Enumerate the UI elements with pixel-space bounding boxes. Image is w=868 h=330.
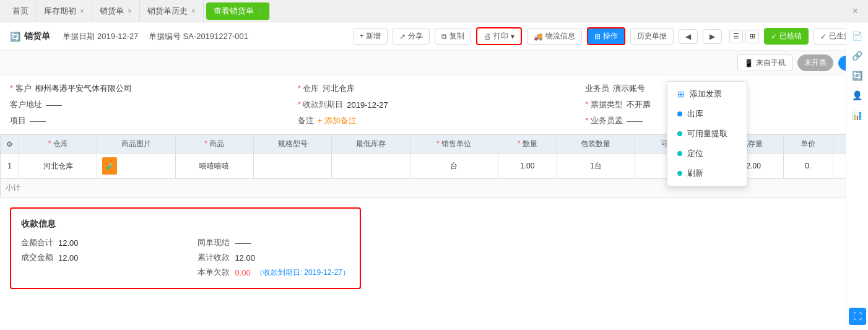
sidebar-icon-expand[interactable]: ⛶ bbox=[849, 308, 866, 325]
payment-box: 收款信息 金额合计 12.00 同单现结 —— 成交金额 12.00 累计收款 … bbox=[10, 207, 361, 289]
close-all-button[interactable]: × bbox=[848, 6, 863, 17]
copy-button[interactable]: ⧉ 复制 bbox=[435, 28, 471, 45]
not-open-button[interactable]: 未开票 bbox=[797, 54, 833, 71]
row-product: 嘻嘻嘻嘻 bbox=[175, 154, 253, 179]
from-phone-button[interactable]: 📱 来自手机 bbox=[737, 54, 792, 71]
col-settings[interactable]: ⚙ bbox=[1, 135, 19, 154]
logistics-button[interactable]: 🚚 物流信息 bbox=[527, 28, 582, 45]
agent-label: 业务员孟 bbox=[585, 115, 623, 126]
row-image: 🧪 bbox=[97, 154, 175, 179]
doc-number: 单据编号 SA-20191227-001 bbox=[149, 31, 249, 42]
due-date-value: 2019-12-27 bbox=[347, 100, 388, 110]
next-button[interactable]: ▶ bbox=[703, 29, 722, 44]
project-label: 项目 bbox=[10, 115, 26, 126]
customer-label: 客户 bbox=[10, 83, 32, 94]
dropdown-outbound[interactable]: 出库 bbox=[667, 104, 747, 124]
total-value: 12.00 bbox=[58, 238, 79, 248]
history-button[interactable]: 历史单据 bbox=[630, 28, 674, 45]
due-date-hint: （收款到期日: 2019-12-27） bbox=[256, 267, 350, 278]
warehouse-row: 仓库 河北仓库 bbox=[298, 83, 571, 94]
right-sidebar: 📄 🔗 🔄 👤 📊 ⛶ bbox=[846, 22, 868, 330]
sidebar-icon-user[interactable]: 👤 bbox=[849, 87, 866, 104]
dropdown-refresh[interactable]: 刷新 bbox=[667, 163, 747, 183]
cumulative-label: 累计收款 bbox=[197, 252, 230, 263]
sidebar-icon-chart[interactable]: 📊 bbox=[849, 106, 866, 124]
col-pkg-qty: 包装数量 bbox=[557, 135, 635, 154]
payment-title: 收款信息 bbox=[21, 219, 350, 230]
dropdown-menu: ⊞ 添加发票 出库 可用量提取 定位 刷新 bbox=[667, 81, 747, 186]
document-header: 🔄 销货单 单据日期 2019-12-27 单据编号 SA-20191227-0… bbox=[0, 22, 868, 51]
grid-icon: ⊞ bbox=[594, 32, 601, 41]
row-min-stock bbox=[332, 154, 410, 179]
cumulative-row: 累计收款 12.00 bbox=[197, 252, 349, 263]
project-row: 项目 —— bbox=[10, 115, 283, 126]
warehouse-value: 河北仓库 bbox=[323, 83, 355, 94]
grid-view-icon[interactable]: ⊞ bbox=[745, 30, 759, 43]
current-due-row: 本单欠款 0.00 （收款到期日: 2019-12-27） bbox=[197, 267, 349, 278]
customer-value: 柳州粤港平安气体有限公司 bbox=[35, 83, 132, 94]
list-view-icon[interactable]: ☰ bbox=[729, 30, 743, 43]
col-min-stock: 最低库存 bbox=[332, 135, 410, 154]
dropdown-add-invoice[interactable]: ⊞ 添加发票 bbox=[667, 84, 747, 104]
tab-close-inventory-init[interactable]: × bbox=[80, 7, 84, 15]
col-price: 单价 bbox=[783, 135, 833, 154]
row-price: 0. bbox=[783, 154, 833, 179]
prev-button[interactable]: ◀ bbox=[679, 29, 698, 44]
dropdown-available-qty[interactable]: 可用量提取 bbox=[667, 124, 747, 144]
tab-close-sales-history[interactable]: × bbox=[191, 7, 196, 15]
product-image: 🧪 bbox=[102, 157, 117, 175]
sidebar-icon-link[interactable]: 🔗 bbox=[849, 47, 866, 64]
truck-icon: 🚚 bbox=[534, 32, 543, 41]
tab-close-view-sales-order[interactable]: × bbox=[258, 7, 262, 15]
available-dot bbox=[677, 131, 682, 136]
total-label: 金额合计 bbox=[21, 237, 53, 248]
operate-button[interactable]: ⊞ 操作 bbox=[587, 27, 625, 45]
print-icon: 🖨 bbox=[484, 32, 491, 41]
tab-home[interactable]: 首页 bbox=[5, 0, 37, 22]
current-due-label: 本单欠款 bbox=[197, 267, 230, 278]
ticket-type-value: 不开票 bbox=[627, 99, 651, 110]
row-pkg-qty: 1台 bbox=[557, 154, 635, 179]
phone-icon: 📱 bbox=[744, 59, 753, 67]
invoice-icon: ⊞ bbox=[677, 89, 685, 99]
total-row: 金额合计 12.00 bbox=[21, 237, 173, 248]
sidebar-icon-refresh[interactable]: 🔄 bbox=[849, 67, 866, 84]
cancel-button[interactable]: ✓ 已核销 bbox=[764, 28, 809, 45]
deal-amount-row: 成交金额 12.00 bbox=[21, 252, 173, 263]
same-order-row: 同单现结 —— bbox=[197, 237, 349, 248]
dropdown-locate[interactable]: 定位 bbox=[667, 144, 747, 163]
new-button[interactable]: + 新增 bbox=[353, 28, 388, 45]
add-note-button[interactable]: + 添加备注 bbox=[318, 115, 357, 126]
sidebar-icon-doc[interactable]: 📄 bbox=[849, 27, 866, 45]
col-unit: 销售单位 bbox=[410, 135, 498, 154]
same-order-value: —— bbox=[235, 238, 251, 248]
tab-sales-history[interactable]: 销货单历史 × bbox=[140, 0, 204, 22]
current-due-value: 0.00 bbox=[235, 268, 250, 277]
row-spec bbox=[253, 154, 331, 179]
customer-row: 客户 柳州粤港平安气体有限公司 bbox=[10, 83, 283, 94]
refresh-dot bbox=[677, 171, 682, 176]
salesperson-value: 演示账号 bbox=[613, 83, 645, 94]
row-warehouse: 河北仓库 bbox=[19, 154, 97, 179]
ticket-type-label: 票据类型 bbox=[585, 99, 623, 110]
tab-close-sales-order[interactable]: × bbox=[128, 7, 132, 15]
print-button[interactable]: 🖨 打印 ▾ bbox=[476, 27, 522, 45]
outbound-dot bbox=[677, 111, 682, 116]
share-icon: ↗ bbox=[399, 32, 406, 41]
row-num: 1 bbox=[1, 154, 19, 179]
tab-sales-order[interactable]: 销货单 × bbox=[92, 0, 140, 22]
address-row: 客户地址 —— bbox=[10, 99, 283, 110]
salesperson-label: 业务员 bbox=[585, 83, 609, 94]
tab-inventory-init[interactable]: 库存期初 × bbox=[37, 0, 92, 22]
tab-view-sales-order[interactable]: 查看销货单 × bbox=[206, 2, 270, 20]
share-button[interactable]: ↗ 分享 bbox=[393, 28, 430, 45]
due-date-label: 收款到期日 bbox=[298, 99, 344, 110]
warehouse-label: 仓库 bbox=[298, 83, 319, 94]
date-label: 单据日期 2019-12-27 bbox=[63, 31, 139, 42]
doc-actions: + 新增 ↗ 分享 ⧉ 复制 🖨 打印 ▾ 🚚 物流信息 ⊞ 操作 bbox=[353, 27, 858, 45]
col-qty: 数量 bbox=[498, 135, 557, 154]
doc-icon: 🔄 bbox=[10, 32, 20, 41]
agent-value: —— bbox=[627, 116, 643, 126]
col-product: 商品 bbox=[175, 135, 253, 154]
same-order-label: 同单现结 bbox=[197, 237, 230, 248]
